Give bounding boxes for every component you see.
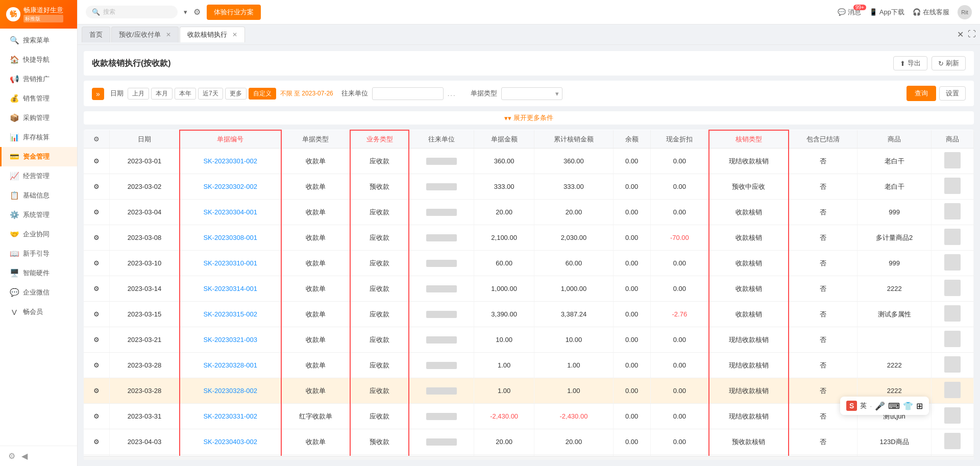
expand-more-row[interactable]: ▾▾ 展开更多条件 xyxy=(84,111,974,125)
expand-icon[interactable]: ⛶ xyxy=(968,30,976,39)
message-button[interactable]: 💬 消息 99+ xyxy=(838,8,861,17)
sidebar-item-inventory[interactable]: 📊库存核算 xyxy=(0,128,77,147)
tab-receipt[interactable]: 收款核销执行✕ xyxy=(180,27,245,42)
date-option-上月[interactable]: 上月 xyxy=(128,88,149,100)
grid-icon[interactable]: ⊞ xyxy=(916,401,923,411)
filter-expand-button[interactable]: » xyxy=(92,88,104,100)
tab-close-icon[interactable]: ✕ xyxy=(232,31,237,38)
sidebar-item-member[interactable]: V畅会员 xyxy=(0,302,77,322)
date-option-近7天[interactable]: 近7天 xyxy=(198,88,223,100)
bill-number-link[interactable]: SK-20230315-002 xyxy=(203,310,257,318)
shirt-icon[interactable]: 👕 xyxy=(903,401,913,411)
bill-number-link[interactable]: SK-20230302-002 xyxy=(203,183,257,190)
bill-number-link[interactable]: SK-20230304-001 xyxy=(203,208,257,216)
bill-number-link[interactable]: SK-20230314-001 xyxy=(203,285,257,292)
sidebar-item-basic[interactable]: 📋基础信息 xyxy=(0,186,77,205)
cell-bill_no[interactable]: SK-20230302-002 xyxy=(180,174,281,200)
keyboard-icon[interactable]: ⌨ xyxy=(888,401,900,411)
sidebar-item-label: 经营管理 xyxy=(23,171,50,181)
date-option-本月[interactable]: 本月 xyxy=(151,88,173,100)
bill-number-link[interactable]: SK-20230321-003 xyxy=(203,336,257,344)
close-icon[interactable]: ✕ xyxy=(957,30,964,39)
table-scrollbar[interactable] xyxy=(84,456,974,460)
sidebar-item-sales[interactable]: 💰销售管理 xyxy=(0,89,77,108)
gear-icon[interactable]: ⚙ xyxy=(93,438,100,446)
cell-bill_type: 收款单 xyxy=(281,225,351,251)
bill-number-link[interactable]: SK-20230328-001 xyxy=(203,361,257,369)
gear-icon[interactable]: ⚙ xyxy=(93,310,100,318)
partner-label: 往来单位 xyxy=(341,89,368,98)
cell-bill_no[interactable]: SK-20230315-002 xyxy=(180,302,281,327)
partner-search-dots[interactable]: ... xyxy=(448,90,456,97)
cell-amount: 20.00 xyxy=(474,429,534,455)
cell-date: 2023-03-31 xyxy=(110,404,180,429)
col-header-bill_no: 单据编号 xyxy=(180,130,281,149)
sidebar-item-search[interactable]: 🔍搜索菜单 xyxy=(0,31,77,50)
mic-icon[interactable]: 🎤 xyxy=(875,401,885,411)
gear-icon[interactable]: ⚙ xyxy=(93,157,100,165)
cell-balance: 0.00 xyxy=(613,174,650,200)
sidebar-item-finance[interactable]: 💳资金管理 xyxy=(0,147,77,166)
tab-prepay[interactable]: 预收/应收付单✕ xyxy=(111,27,179,42)
partner-input[interactable] xyxy=(372,87,444,100)
cell-bill_no[interactable]: SK-20230314-001 xyxy=(180,276,281,302)
setting-button[interactable]: 设置 xyxy=(939,86,966,101)
cell-balance: 0.00 xyxy=(613,225,650,251)
sidebar-item-marketing[interactable]: 📢营销推广 xyxy=(0,69,77,89)
settings-icon[interactable]: ⚙ xyxy=(8,451,15,461)
sidebar-item-guide[interactable]: 📖新手引导 xyxy=(0,244,77,263)
cell-cancel_type: 预收中应收 xyxy=(709,174,789,200)
cell-bill_no[interactable]: SK-20230403-002 xyxy=(180,429,281,455)
cell-write_off: 1.00 xyxy=(534,378,613,404)
online-service-button[interactable]: 🎧 在线客服 xyxy=(913,8,949,17)
sidebar-item-purchase[interactable]: 📦采购管理 xyxy=(0,108,77,128)
cell-bill_no[interactable]: SK-20230328-002 xyxy=(180,378,281,404)
gear-icon[interactable]: ⚙ xyxy=(93,336,100,344)
bill-number-link[interactable]: SK-20230403-002 xyxy=(203,438,257,446)
collapse-icon[interactable]: ◀ xyxy=(21,451,28,461)
gear-icon[interactable]: ⚙ xyxy=(93,208,100,216)
sidebar-item-system[interactable]: ⚙️系统管理 xyxy=(0,205,77,225)
cell-cancel_type: 现结收款核销 xyxy=(709,378,789,404)
sidebar-item-quicknav[interactable]: 🏠快捷导航 xyxy=(0,50,77,69)
cell-bill_no[interactable]: SK-20230310-001 xyxy=(180,251,281,276)
tab-close-icon[interactable]: ✕ xyxy=(166,31,171,38)
gear-icon[interactable]: ⚙ xyxy=(93,387,100,395)
cell-bill_no[interactable]: SK-20230308-001 xyxy=(180,225,281,251)
cell-bill_type: 收款单 xyxy=(281,327,351,353)
bill-number-link[interactable]: SK-20230310-001 xyxy=(203,259,257,267)
voucher-type-select[interactable] xyxy=(501,87,562,100)
solution-button[interactable]: 体验行业方案 xyxy=(207,5,261,20)
user-avatar[interactable]: Rit xyxy=(958,5,972,19)
tab-home[interactable]: 首页 xyxy=(82,27,110,42)
bill-number-link[interactable]: SK-20230328-002 xyxy=(203,387,257,395)
query-button[interactable]: 查询 xyxy=(906,86,936,101)
date-custom-button[interactable]: 自定义 xyxy=(249,88,276,100)
bill-number-link[interactable]: SK-20230301-002 xyxy=(203,157,257,165)
cell-bill_no[interactable]: SK-20230301-002 xyxy=(180,149,281,174)
refresh-button[interactable]: ↻ 刷新 xyxy=(932,56,966,70)
gear-icon[interactable]: ⚙ xyxy=(93,234,100,241)
cell-bill_no[interactable]: SK-20230328-001 xyxy=(180,353,281,378)
gear-icon[interactable]: ⚙ xyxy=(93,285,100,292)
date-option-更多[interactable]: 更多 xyxy=(225,88,247,100)
gear-icon[interactable]: ⚙ xyxy=(93,183,100,190)
gear-icon[interactable]: ⚙ xyxy=(93,259,100,267)
topbar-dropdown[interactable]: ▾ xyxy=(184,8,187,16)
export-button[interactable]: ⬆ 导出 xyxy=(893,56,927,70)
gear-icon[interactable]: ⚙ xyxy=(93,361,100,369)
cell-bill_no[interactable]: SK-20230304-001 xyxy=(180,200,281,225)
global-search-box[interactable]: 🔍 搜索 xyxy=(86,6,178,18)
gear-icon[interactable]: ⚙ xyxy=(193,7,201,17)
gear-icon[interactable]: ⚙ xyxy=(93,412,100,420)
cell-bill_no[interactable]: SK-20230331-002 xyxy=(180,404,281,429)
sidebar-item-wechat[interactable]: 💬企业微信 xyxy=(0,283,77,302)
date-option-本年[interactable]: 本年 xyxy=(175,88,196,100)
bill-number-link[interactable]: SK-20230308-001 xyxy=(203,234,257,241)
sidebar-item-enterprise[interactable]: 🤝企业协同 xyxy=(0,225,77,244)
sidebar-item-hardware[interactable]: 🖥️智能硬件 xyxy=(0,263,77,283)
sidebar-item-operation[interactable]: 📈经营管理 xyxy=(0,166,77,186)
app-download-button[interactable]: 📱 App下载 xyxy=(869,8,904,17)
cell-bill_no[interactable]: SK-20230321-003 xyxy=(180,327,281,353)
bill-number-link[interactable]: SK-20230331-002 xyxy=(203,412,257,420)
